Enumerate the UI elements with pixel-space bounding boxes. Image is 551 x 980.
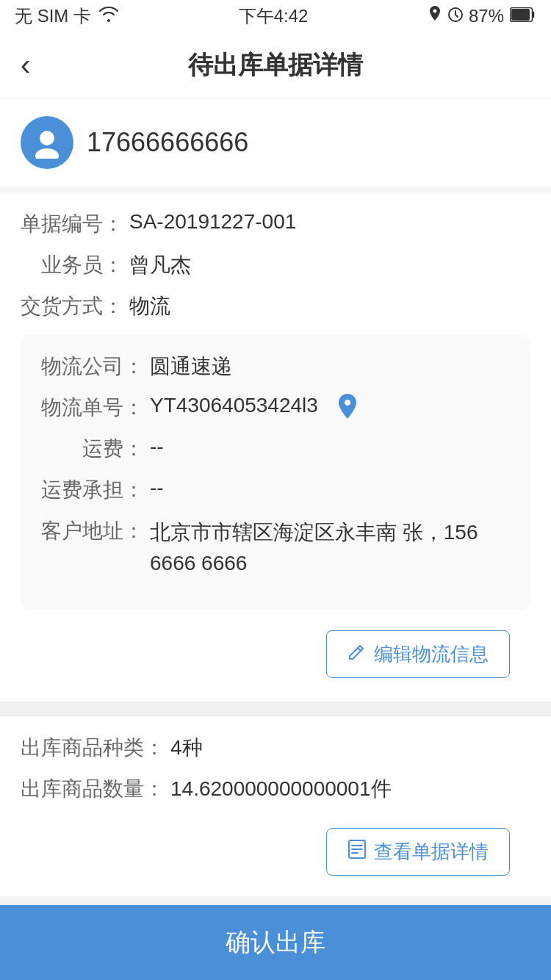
edit-logistics-button[interactable]: 编辑物流信息 — [326, 630, 510, 678]
wifi-icon — [98, 6, 119, 26]
document-icon — [347, 839, 367, 865]
order-number-value: SA-20191227-001 — [129, 210, 530, 234]
delivery-method-label: 交货方式： — [21, 292, 123, 320]
delivery-method-value: 物流 — [129, 292, 530, 320]
svg-rect-2 — [511, 9, 530, 21]
logistics-company-row: 物流公司： 圆通速递 — [21, 353, 530, 381]
view-detail-wrapper: 查看单据详情 — [21, 816, 530, 879]
address-row: 客户地址： 北京市市辖区海淀区永丰南 张，156 6666 6666 — [21, 517, 530, 579]
edit-logistics-label: 编辑物流信息 — [374, 641, 489, 667]
confirm-button[interactable]: 确认出库 — [0, 905, 551, 980]
customer-section: 17666666666 — [0, 98, 551, 187]
goods-types-value: 4种 — [170, 734, 530, 762]
status-right: 87% — [428, 6, 536, 26]
svg-point-4 — [35, 148, 59, 159]
tracking-number-value: YT43064053424l3 — [150, 394, 510, 420]
tracking-number-label: 物流单号： — [41, 394, 144, 422]
freight-label: 运费： — [41, 435, 144, 463]
sales-rep-value: 曾凡杰 — [129, 251, 530, 279]
battery-icon — [510, 6, 536, 26]
status-bar: 无 SIM 卡 下午4:42 87% — [0, 0, 551, 32]
edit-logistics-wrapper: 编辑物流信息 — [21, 616, 530, 681]
goods-types-label: 出库商品种类： — [21, 734, 165, 762]
delivery-method-row: 交货方式： 物流 — [21, 292, 530, 320]
nav-bar: ‹ 待出库单据详情 — [0, 32, 551, 98]
sales-rep-row: 业务员： 曾凡杰 — [21, 251, 530, 279]
customer-avatar — [21, 116, 73, 169]
logistics-company-label: 物流公司： — [41, 353, 144, 381]
address-label: 客户地址： — [41, 517, 144, 545]
status-left: 无 SIM 卡 — [15, 4, 119, 28]
order-number-label: 单据编号： — [21, 210, 123, 238]
map-location-icon[interactable] — [336, 394, 359, 420]
basic-info-section: 单据编号： SA-20191227-001 业务员： 曾凡杰 交货方式： 物流 … — [0, 192, 551, 702]
freight-bearer-label: 运费承担： — [41, 476, 144, 504]
goods-quantity-value: 14.620000000000001件 — [170, 775, 530, 803]
order-number-row: 单据编号： SA-20191227-001 — [21, 210, 530, 238]
goods-section: 出库商品种类： 4种 出库商品数量： 14.620000000000001件 查… — [0, 716, 551, 896]
address-value: 北京市市辖区海淀区永丰南 张，156 6666 6666 — [150, 517, 510, 579]
freight-bearer-value: -- — [150, 476, 510, 500]
customer-phone: 17666666666 — [87, 127, 248, 158]
view-detail-label: 查看单据详情 — [374, 839, 489, 865]
section-divider-1 — [0, 702, 551, 716]
confirm-button-label: 确认出库 — [226, 928, 325, 956]
dashed-divider — [0, 187, 551, 192]
sales-rep-label: 业务员： — [21, 251, 123, 279]
goods-quantity-row: 出库商品数量： 14.620000000000001件 — [21, 775, 530, 803]
svg-point-3 — [40, 131, 54, 145]
battery-text: 87% — [469, 6, 504, 26]
carrier-text: 无 SIM 卡 — [15, 4, 91, 28]
goods-types-row: 出库商品种类： 4种 — [21, 734, 530, 762]
freight-row: 运费： -- — [21, 435, 530, 463]
tracking-number-row: 物流单号： YT43064053424l3 — [21, 394, 530, 422]
freight-bearer-row: 运费承担： -- — [21, 476, 530, 504]
location-icon — [428, 6, 442, 26]
back-button[interactable]: ‹ — [21, 48, 30, 82]
goods-quantity-label: 出库商品数量： — [21, 775, 165, 803]
edit-icon — [347, 642, 367, 666]
logistics-card: 物流公司： 圆通速递 物流单号： YT43064053424l3 运费： -- — [21, 335, 530, 610]
logistics-company-value: 圆通速递 — [150, 353, 510, 381]
view-detail-button[interactable]: 查看单据详情 — [326, 828, 510, 876]
freight-value: -- — [150, 435, 510, 458]
clock-icon — [448, 6, 463, 26]
time-display: 下午4:42 — [239, 4, 309, 28]
page-title: 待出库单据详情 — [188, 48, 363, 82]
